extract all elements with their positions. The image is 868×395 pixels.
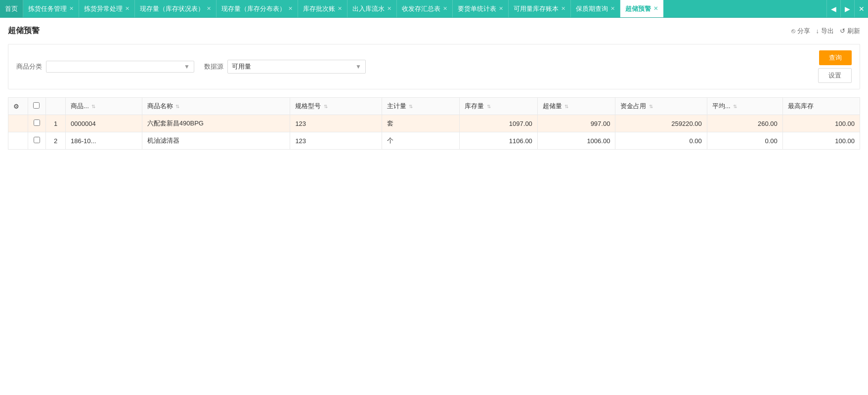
td-row-num-1: 2 bbox=[46, 132, 66, 150]
td-settings-0 bbox=[8, 115, 28, 132]
page-header: 超储预警 ⎋ 分享 ↓ 导出 ↺ 刷新 bbox=[8, 26, 860, 36]
close-available[interactable]: ✕ bbox=[561, 5, 565, 12]
nav-order-stat[interactable]: 要货单统计表 ✕ bbox=[453, 0, 509, 17]
td-max-stock-0: 100.00 bbox=[782, 115, 860, 132]
close-in-out[interactable]: ✕ bbox=[387, 5, 391, 12]
datasource-filter: 数据源 可用量 ▼ bbox=[204, 60, 366, 74]
page-title: 超储预警 bbox=[8, 26, 40, 36]
table-header-row: ⚙ 商品... ⇅ 商品名称 ⇅ 规格型号 ⇅ bbox=[8, 98, 860, 115]
nav-prev-arrow[interactable]: ◀ bbox=[826, 0, 840, 17]
datasource-value: 可用量 bbox=[232, 62, 251, 71]
nav-collect[interactable]: 收发存汇总表 ✕ bbox=[397, 0, 453, 17]
close-quality[interactable]: ✕ bbox=[610, 5, 615, 12]
sort-icon-unit: ⇅ bbox=[409, 104, 413, 109]
td-capital-0: 259220.00 bbox=[615, 115, 707, 132]
th-unit[interactable]: 主计量 ⇅ bbox=[382, 98, 460, 115]
close-abnormal[interactable]: ✕ bbox=[125, 5, 130, 12]
td-overstock-0: 997.00 bbox=[537, 115, 615, 132]
td-spec-1: 123 bbox=[290, 132, 382, 150]
datasource-label: 数据源 bbox=[204, 62, 223, 71]
nav-bar: 首页 拣货任务管理 ✕ 拣货异常处理 ✕ 现存量（库存状况表） ✕ 现存量（库存… bbox=[0, 0, 868, 18]
nav-home[interactable]: 首页 bbox=[0, 0, 23, 17]
table-row: 1 0000004 六配套新昌490BPG 123 套 1097.00 997.… bbox=[8, 115, 860, 132]
td-row-num-0: 1 bbox=[46, 115, 66, 132]
filter-buttons: 查询 设置 bbox=[818, 50, 852, 83]
th-spec[interactable]: 规格型号 ⇅ bbox=[290, 98, 382, 115]
td-stock-0: 1097.00 bbox=[460, 115, 538, 132]
nav-task[interactable]: 拣货任务管理 ✕ bbox=[23, 0, 79, 17]
header-actions: ⎋ 分享 ↓ 导出 ↺ 刷新 bbox=[791, 27, 861, 36]
th-stock[interactable]: 库存量 ⇅ bbox=[460, 98, 538, 115]
data-table: ⚙ 商品... ⇅ 商品名称 ⇅ 规格型号 ⇅ bbox=[8, 97, 860, 150]
th-overstock[interactable]: 超储量 ⇅ bbox=[537, 98, 615, 115]
filter-bar: 商品分类 ▼ 数据源 可用量 ▼ 查询 设置 bbox=[8, 44, 860, 89]
td-overstock-1: 1006.00 bbox=[537, 132, 615, 150]
select-all-checkbox[interactable] bbox=[33, 102, 40, 109]
category-label: 商品分类 bbox=[16, 62, 42, 71]
refresh-icon: ↺ bbox=[840, 27, 845, 35]
td-unit-1: 个 bbox=[382, 132, 460, 150]
th-settings[interactable]: ⚙ bbox=[8, 98, 28, 115]
sort-icon-overstock: ⇅ bbox=[564, 104, 568, 109]
td-avg-0: 260.00 bbox=[707, 115, 782, 132]
nav-close-arrow[interactable]: ✕ bbox=[854, 0, 868, 17]
td-capital-1: 0.00 bbox=[615, 132, 707, 150]
nav-batch[interactable]: 库存批次账 ✕ bbox=[298, 0, 347, 17]
nav-in-out[interactable]: 出入库流水 ✕ bbox=[347, 0, 397, 17]
td-max-stock-1: 100.00 bbox=[782, 132, 860, 150]
sort-icon-avg: ⇅ bbox=[733, 104, 737, 109]
th-product-code[interactable]: 商品... ⇅ bbox=[66, 98, 142, 115]
table-body: 1 0000004 六配套新昌490BPG 123 套 1097.00 997.… bbox=[8, 115, 860, 150]
close-order-stat[interactable]: ✕ bbox=[499, 5, 503, 12]
query-button[interactable]: 查询 bbox=[819, 50, 852, 65]
td-unit-0: 套 bbox=[382, 115, 460, 132]
td-spec-0: 123 bbox=[290, 115, 382, 132]
td-avg-1: 0.00 bbox=[707, 132, 782, 150]
close-inventory-dist[interactable]: ✕ bbox=[288, 5, 293, 12]
th-avg[interactable]: 平均... ⇅ bbox=[707, 98, 782, 115]
nav-inventory-dist[interactable]: 现存量（库存分布表） ✕ bbox=[217, 0, 298, 17]
td-checkbox-1 bbox=[28, 132, 46, 150]
category-dropdown-icon: ▼ bbox=[184, 63, 190, 70]
td-checkbox-0 bbox=[28, 115, 46, 132]
nav-abnormal[interactable]: 拣货异常处理 ✕ bbox=[79, 0, 135, 17]
nav-available[interactable]: 可用量库存账本 ✕ bbox=[509, 0, 571, 17]
td-settings-1 bbox=[8, 132, 28, 150]
sort-icon-spec: ⇅ bbox=[324, 104, 328, 109]
sort-icon-product-code: ⇅ bbox=[91, 104, 95, 109]
settings-icon: ⚙ bbox=[13, 103, 19, 110]
nav-overstock[interactable]: 超储预警 ✕ bbox=[620, 0, 663, 17]
share-action[interactable]: ⎋ 分享 bbox=[791, 27, 810, 36]
share-icon: ⎋ bbox=[791, 27, 795, 35]
row-checkbox-1[interactable] bbox=[34, 137, 40, 143]
nav-arrows: ◀ ▶ ✕ bbox=[826, 0, 868, 17]
close-collect[interactable]: ✕ bbox=[443, 5, 447, 12]
datasource-select[interactable]: 可用量 ▼ bbox=[227, 60, 366, 74]
table-row: 2 186-10... 机油滤清器 123 个 1106.00 1006.00 … bbox=[8, 132, 860, 150]
export-icon: ↓ bbox=[816, 27, 820, 35]
export-action[interactable]: ↓ 导出 bbox=[816, 27, 834, 36]
close-overstock[interactable]: ✕ bbox=[653, 5, 658, 12]
sort-icon-product-name: ⇅ bbox=[175, 104, 179, 109]
td-stock-1: 1106.00 bbox=[460, 132, 538, 150]
category-select[interactable]: ▼ bbox=[46, 61, 194, 73]
nav-inventory-status[interactable]: 现存量（库存状况表） ✕ bbox=[135, 0, 217, 17]
th-max-stock: 最高库存 bbox=[782, 98, 860, 115]
nav-next-arrow[interactable]: ▶ bbox=[840, 0, 854, 17]
th-capital[interactable]: 资金占用 ⇅ bbox=[615, 98, 707, 115]
close-task[interactable]: ✕ bbox=[69, 5, 74, 12]
row-checkbox-0[interactable] bbox=[34, 119, 40, 126]
th-checkbox bbox=[28, 98, 46, 115]
td-product-code-0: 0000004 bbox=[66, 115, 142, 132]
close-batch[interactable]: ✕ bbox=[338, 5, 342, 12]
refresh-action[interactable]: ↺ 刷新 bbox=[840, 27, 860, 36]
nav-quality[interactable]: 保质期查询 ✕ bbox=[571, 0, 620, 17]
td-product-name-0: 六配套新昌490BPG bbox=[142, 115, 290, 132]
th-row-num bbox=[46, 98, 66, 115]
sort-icon-capital: ⇅ bbox=[649, 104, 653, 109]
settings-button[interactable]: 设置 bbox=[818, 68, 852, 83]
td-product-code-1: 186-10... bbox=[66, 132, 142, 150]
close-inventory-status[interactable]: ✕ bbox=[207, 5, 211, 12]
datasource-dropdown-icon: ▼ bbox=[355, 63, 361, 70]
th-product-name[interactable]: 商品名称 ⇅ bbox=[142, 98, 290, 115]
